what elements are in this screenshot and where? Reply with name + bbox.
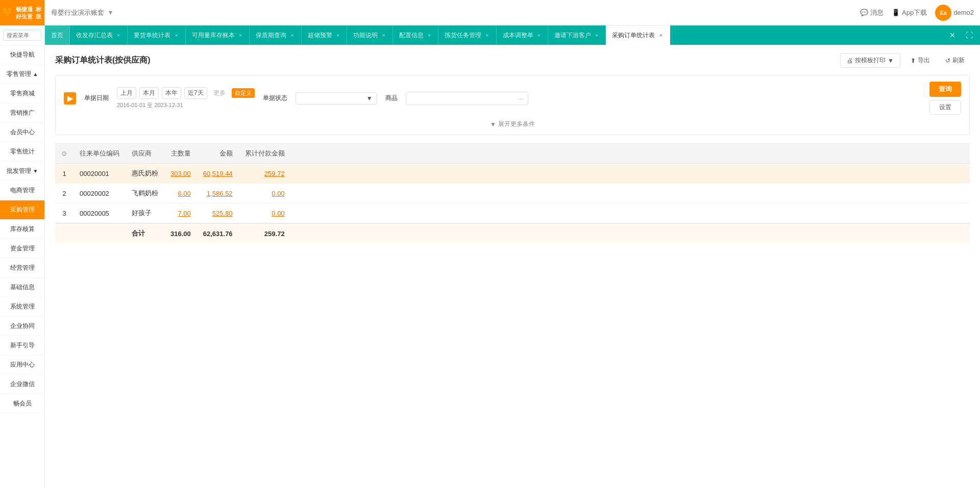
table-body: 1 00020001 惠氏奶粉 303.00 60,519.44 259.72 … xyxy=(55,164,970,224)
sidebar-item-purchase[interactable]: 采购管理 xyxy=(0,200,44,220)
date-shortcut-more[interactable]: 更多 xyxy=(210,88,229,98)
sidebar-item-batch[interactable]: 批发管理 ▼ xyxy=(0,162,44,181)
row-paid[interactable]: 0.00 xyxy=(239,184,291,203)
footer-amount: 62,631.76 xyxy=(197,223,239,243)
row-amount[interactable]: 1,586.52 xyxy=(197,184,239,203)
status-dropdown[interactable]: ▼ xyxy=(296,92,377,105)
user-profile[interactable]: Ea demo2 xyxy=(935,5,974,21)
sidebar-item-ecom[interactable]: 电商管理 xyxy=(0,181,44,200)
search-input[interactable] xyxy=(3,30,41,41)
tab-shoufahuizonbiao[interactable]: 收发存汇总表 × xyxy=(70,25,128,45)
sidebar-item-member[interactable]: 会员中心 xyxy=(0,123,44,142)
chevron-down-icon: ▼ xyxy=(33,168,38,174)
tab-close-pihuo[interactable]: × xyxy=(484,32,489,39)
tab-home[interactable]: 首页 xyxy=(45,25,70,45)
tab-close-all-button[interactable]: ✕ xyxy=(946,30,959,40)
tab-close-baozhi[interactable]: × xyxy=(289,32,295,39)
sidebar-item-retail[interactable]: 零售管理 ▲ xyxy=(0,65,44,84)
row-qty[interactable]: 7.00 xyxy=(164,203,197,224)
topbar: 母婴行业演示账套 ▼ 💬 消息 📱 App下载 Ea demo2 xyxy=(45,0,980,25)
tab-yaohuodantongji[interactable]: 要货单统计表 × xyxy=(128,25,185,45)
sidebar-item-finance[interactable]: 资金管理 xyxy=(0,239,44,259)
footer-code xyxy=(74,223,126,243)
message-button[interactable]: 💬 消息 xyxy=(860,8,884,17)
th-qty: 主数量 xyxy=(164,144,197,164)
date-shortcut-this-year[interactable]: 本年 xyxy=(162,87,181,99)
sidebar-item-basics[interactable]: 基础信息 xyxy=(0,278,44,297)
sidebar-item-ops[interactable]: 经营管理 xyxy=(0,259,44,278)
sidebar-item-system[interactable]: 系统管理 xyxy=(0,297,44,317)
tab-gongnengshuo[interactable]: 功能说明 × xyxy=(347,25,393,45)
tab-chengben[interactable]: 成本调整单 × xyxy=(497,25,548,45)
date-shortcut-last-month[interactable]: 上月 xyxy=(117,87,136,99)
th-settings: ⚙ xyxy=(55,144,74,164)
date-shortcut-this-month[interactable]: 本月 xyxy=(139,87,159,99)
row-code: 00020005 xyxy=(74,203,126,224)
row-amount[interactable]: 525.80 xyxy=(197,203,239,224)
tab-chaochuyujing[interactable]: 超储预警 × xyxy=(302,25,347,45)
date-filter-label: 单据日期 xyxy=(84,94,109,102)
sidebar-item-marketing[interactable]: 营销推广 xyxy=(0,104,44,123)
tab-close-yaoqing[interactable]: × xyxy=(594,32,599,39)
row-amount[interactable]: 60,519.44 xyxy=(197,164,239,184)
tab-yaoqing[interactable]: 邀请下游客户 × xyxy=(548,25,606,45)
sidebar-item-inventory[interactable]: 库存核算 xyxy=(0,220,44,239)
date-range-display: 2016-01-01 至 2023-12-31 xyxy=(117,101,255,109)
export-button[interactable]: ⬆ 导出 xyxy=(905,54,935,67)
tab-peizhi[interactable]: 配置信息 × xyxy=(393,25,438,45)
tab-pihuo[interactable]: 拣货任务管理 × xyxy=(438,25,496,45)
topbar-actions: 💬 消息 📱 App下载 Ea demo2 xyxy=(860,5,974,21)
tab-close-gongnengshuo[interactable]: × xyxy=(381,32,386,39)
query-button[interactable]: 查询 xyxy=(929,82,961,97)
tab-baozhi[interactable]: 保质期查询 × xyxy=(250,25,301,45)
sidebar-item-quick-nav[interactable]: 快捷导航 xyxy=(0,45,44,65)
tab-close-yaohuodantongji[interactable]: × xyxy=(174,32,179,39)
refresh-button[interactable]: ↺ 刷新 xyxy=(940,54,970,67)
sidebar-item-vip[interactable]: 畅会员 xyxy=(0,394,44,414)
filter-actions: 查询 设置 xyxy=(929,82,961,115)
sidebar-item-shop[interactable]: 零售商城 xyxy=(0,84,44,104)
app-download-button[interactable]: 📱 App下载 xyxy=(892,8,927,17)
row-seq: 2 xyxy=(55,184,74,203)
column-settings-icon[interactable]: ⚙ xyxy=(61,150,67,158)
export-icon: ⬆ xyxy=(911,57,916,64)
tab-close-shoufahuizonbiao[interactable]: × xyxy=(116,32,121,39)
row-qty[interactable]: 303.00 xyxy=(164,164,197,184)
settings-button[interactable]: 设置 xyxy=(929,100,961,115)
goods-more-button[interactable]: ··· xyxy=(518,94,524,102)
tab-close-keyongliang[interactable]: × xyxy=(238,32,243,39)
sidebar-item-guide[interactable]: 新手引导 xyxy=(0,336,44,355)
sidebar-item-wechat[interactable]: 企业微信 xyxy=(0,375,44,394)
filter-toggle-button[interactable]: ▶ xyxy=(64,92,76,105)
footer-paid: 259.72 xyxy=(239,223,291,243)
row-qty[interactable]: 6.00 xyxy=(164,184,197,203)
sidebar-item-appcenter[interactable]: 应用中心 xyxy=(0,355,44,375)
sidebar-item-coop[interactable]: 企业协同 xyxy=(0,317,44,336)
goods-input-wrapper: ··· xyxy=(406,92,528,105)
tab-close-peizhi[interactable]: × xyxy=(427,32,432,39)
date-custom-badge[interactable]: 自定义 xyxy=(232,88,255,98)
tab-fullscreen-button[interactable]: ⛶ xyxy=(963,30,976,40)
tab-caigou[interactable]: 采购订单统计表 × xyxy=(606,25,670,45)
expand-more-button[interactable]: ▼ 展开更多条件 xyxy=(490,120,535,129)
date-shortcut-7days[interactable]: 近7天 xyxy=(184,87,207,99)
row-extra xyxy=(291,184,970,203)
chevron-up-icon: ▲ xyxy=(33,71,38,77)
sidebar-item-retail-stat[interactable]: 零售统计 xyxy=(0,142,44,162)
workspace-selector[interactable]: 母婴行业演示账套 ▼ xyxy=(51,8,855,17)
th-paid: 累计付款金额 xyxy=(239,144,291,164)
footer-extra xyxy=(291,223,970,243)
th-supplier: 供应商 xyxy=(126,144,164,164)
tab-close-caigou[interactable]: × xyxy=(658,32,663,39)
print-button[interactable]: 🖨 按模板打印 ▼ xyxy=(840,53,900,68)
goods-input[interactable] xyxy=(410,95,518,102)
row-supplier: 好孩子 xyxy=(126,203,164,224)
message-icon: 💬 xyxy=(860,9,868,16)
row-paid[interactable]: 0.00 xyxy=(239,203,291,224)
tab-close-chaochuyujing[interactable]: × xyxy=(335,32,340,39)
sidebar-search-area xyxy=(0,25,44,45)
tabs-end-actions: ✕ ⛶ xyxy=(946,30,980,40)
tab-close-chengben[interactable]: × xyxy=(536,32,542,39)
row-paid[interactable]: 259.72 xyxy=(239,164,291,184)
tab-keyongliang[interactable]: 可用量库存账本 × xyxy=(186,25,250,45)
